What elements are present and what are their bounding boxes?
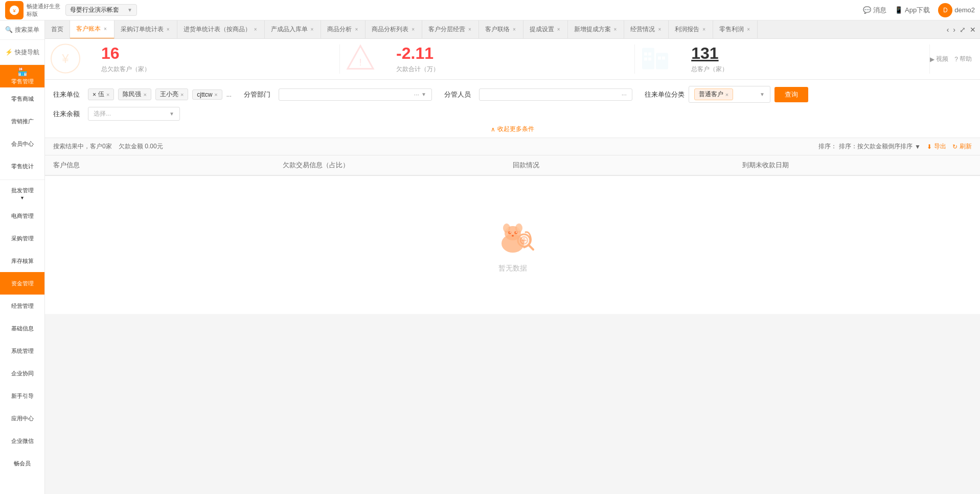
avatar: D: [938, 3, 952, 17]
result-info: 搜索结果中，客户0家 欠款金额 0.00元: [53, 142, 163, 151]
tab-commission-settings[interactable]: 提成设置 ×: [523, 20, 568, 39]
sidebar-item-basic-info[interactable]: 基础信息: [0, 317, 44, 340]
sidebar-item-purchase[interactable]: 采购管理: [0, 227, 44, 250]
filter-tag-close-wu[interactable]: ×: [106, 92, 109, 98]
tab-finished-goods[interactable]: 产成品入库单 ×: [265, 20, 322, 39]
sort-selector[interactable]: 排序： 排序：按欠款金额倒序排序 ▼: [818, 142, 921, 151]
stats-bar: ¥ 16 总欠款客户（家） !: [45, 39, 980, 80]
tab-close-icon[interactable]: ×: [746, 26, 751, 33]
filter-dept-more-icon: ···: [414, 91, 419, 98]
query-button[interactable]: 查询: [774, 87, 808, 102]
tab-retail-profit[interactable]: 零售利润 ×: [713, 20, 758, 39]
filter-person-select[interactable]: ···: [479, 88, 632, 101]
filter-tag-cjttcw: cjttcw ×: [192, 89, 222, 100]
tab-close-icon[interactable]: ×: [103, 26, 108, 32]
data-table: 客户信息 欠款交易信息（占比） 回款情况 到期未收款日期: [45, 155, 980, 314]
tab-home[interactable]: 首页: [45, 20, 70, 39]
sidebar-item-enterprise-wechat[interactable]: 企业微信: [0, 430, 44, 452]
table-header-due-date: 到期未收款日期: [742, 161, 972, 170]
tab-close-icon[interactable]: ×: [467, 26, 472, 33]
filter-tag-close-wang[interactable]: ×: [180, 92, 184, 98]
message-button[interactable]: 💬 消息: [863, 6, 886, 15]
video-help-button[interactable]: ▶ 视频: [930, 55, 948, 63]
filter-unit-label: 往来单位: [53, 90, 84, 99]
tab-product-analysis[interactable]: 商品分析 ×: [321, 20, 366, 39]
tab-prev-icon[interactable]: ‹: [947, 26, 949, 34]
message-icon: 💬: [863, 6, 871, 14]
tab-customer-contact[interactable]: 客户联络 ×: [479, 20, 523, 39]
tab-add-commission[interactable]: 新增提成方案 ×: [568, 20, 625, 39]
filter-balance-select[interactable]: 选择... ▼: [88, 107, 180, 121]
stat-total-all-customers: 131 总客户（家）: [635, 44, 930, 73]
svg-text:¥: ¥: [61, 51, 69, 65]
sort-chevron-icon: ▼: [915, 143, 921, 150]
sidebar-item-marketing[interactable]: 营销推广: [0, 110, 44, 132]
user-menu[interactable]: D demo2: [938, 3, 975, 17]
search-menu-button[interactable]: 🔍 搜索菜单: [0, 20, 44, 40]
main-layout: 🔍 搜索菜单 ⚡ 快捷导航 🏪 零售管理 零售商城 营销推广 会员中心: [0, 20, 980, 494]
tab-close-all-icon[interactable]: ✕: [970, 26, 976, 34]
export-button[interactable]: ⬇ 导出: [927, 142, 946, 151]
refresh-button[interactable]: ↻ 刷新: [952, 142, 972, 151]
tab-purchase-stats-by-product[interactable]: 进货单统计表（按商品） ×: [177, 20, 265, 39]
filter-tag-close-cjttcw[interactable]: ×: [214, 92, 217, 98]
help-button[interactable]: ? 帮助: [954, 55, 972, 63]
tab-close-icon[interactable]: ×: [411, 26, 416, 33]
tab-close-icon[interactable]: ×: [657, 26, 662, 33]
sidebar-item-retail-management[interactable]: 🏪 零售管理: [0, 65, 44, 87]
industry-selector[interactable]: 母婴行业演示帐套 ▼: [65, 4, 137, 16]
filter-tag-close-chen[interactable]: ×: [143, 92, 146, 98]
sidebar-item-wholesale[interactable]: 批发管理 ▼: [0, 182, 44, 205]
filter-tag-close-normal[interactable]: ×: [725, 92, 728, 98]
filter-more-button[interactable]: ...: [226, 91, 232, 98]
sidebar-item-system[interactable]: 系统管理: [0, 340, 44, 362]
sidebar-item-operations[interactable]: 经营管理: [0, 295, 44, 317]
sidebar-item-app-center[interactable]: 应用中心: [0, 407, 44, 430]
tab-close-icon[interactable]: ×: [354, 26, 359, 33]
sidebar-item-member-center[interactable]: 会员中心: [0, 132, 44, 155]
filter-customer-type-select[interactable]: 普通客户 × ▼: [689, 86, 770, 103]
filter-tag-wang: 王小亮 ×: [155, 88, 188, 100]
svg-rect-13: [662, 56, 665, 59]
sidebar-item-enterprise-collab[interactable]: 企业协同: [0, 362, 44, 385]
tab-purchase-order-stats[interactable]: 采购订单统计表 ×: [115, 20, 177, 39]
sidebar-item-retail-mall[interactable]: 零售商城: [0, 87, 44, 110]
filter-bar: 往来单位 × 伍 × 陈民强 × 王小亮 × cjtt: [45, 80, 980, 138]
sidebar-item-ecommerce[interactable]: 电商管理: [0, 205, 44, 227]
svg-point-21: [514, 231, 517, 234]
tab-close-icon[interactable]: ×: [701, 26, 706, 33]
tab-profit-report[interactable]: 利润报告 ×: [669, 20, 713, 39]
stat-value-all-customers: 131: [691, 44, 728, 62]
filter-dept-select[interactable]: ··· ▼: [279, 88, 432, 101]
svg-point-20: [508, 231, 511, 234]
empty-illustration: [487, 217, 538, 258]
tab-operations[interactable]: 经营情况 ×: [624, 20, 669, 39]
stat-total-customers: ¥ 16 总欠款客户（家）: [45, 44, 340, 73]
svg-rect-9: [648, 52, 651, 55]
app-download-button[interactable]: 📱 App下载: [895, 6, 930, 15]
sidebar-item-inventory[interactable]: 库存核算: [0, 250, 44, 272]
empty-text: 暂无数据: [498, 264, 527, 273]
collapse-filters-button[interactable]: ∧ 收起更多条件: [53, 125, 972, 133]
refresh-icon: ↻: [952, 143, 958, 150]
tab-customer-ledger[interactable]: 客户账本 ×: [70, 20, 115, 39]
sidebar-item-quick-nav[interactable]: ⚡ 快捷导航: [0, 43, 44, 61]
sidebar-item-finance[interactable]: 资金管理: [0, 272, 44, 295]
tab-close-icon[interactable]: ×: [613, 26, 618, 33]
tab-close-icon[interactable]: ×: [556, 26, 561, 33]
tab-expand-icon[interactable]: ⤢: [960, 26, 966, 34]
sidebar-item-new-guide[interactable]: 新手引导: [0, 385, 44, 407]
tab-customer-tier[interactable]: 客户分层经营 ×: [422, 20, 479, 39]
video-icon: ▶: [930, 56, 935, 63]
sidebar-item-retail-stats[interactable]: 零售统计: [0, 155, 44, 177]
tab-product-analysis-list[interactable]: 商品分析列表 ×: [366, 20, 422, 39]
tab-next-icon[interactable]: ›: [953, 26, 955, 34]
sidebar-item-member[interactable]: 畅会员: [0, 452, 44, 475]
tab-close-icon[interactable]: ×: [310, 26, 315, 33]
filter-tag-x-icon: ×: [93, 91, 96, 98]
tab-close-icon[interactable]: ×: [166, 26, 171, 33]
stat-value-debt: -2.11: [396, 44, 439, 62]
tab-close-icon[interactable]: ×: [253, 26, 258, 33]
chevron-balance-icon: ▼: [169, 111, 174, 117]
tab-close-icon[interactable]: ×: [512, 26, 517, 33]
